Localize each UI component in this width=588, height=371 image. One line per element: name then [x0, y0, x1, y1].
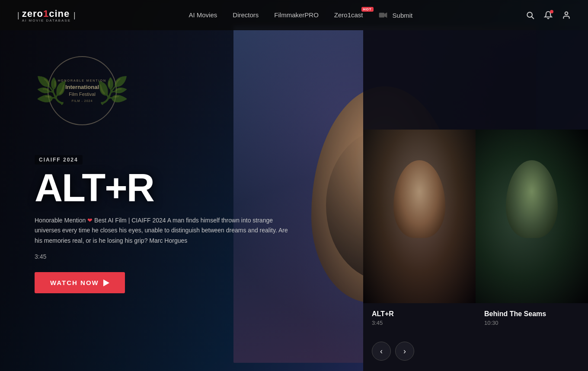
logo-text: zero1cine: [22, 8, 71, 19]
logo-bar-left: |: [17, 11, 19, 20]
movie-card-duration-2: 10:30: [484, 320, 579, 326]
nav-item-ai-movies[interactable]: AI Movies: [189, 11, 217, 19]
logo-one: 1: [43, 8, 49, 19]
movie-card-behind-the-seams[interactable]: Behind The Seams 10:30: [476, 130, 588, 333]
play-icon: [103, 279, 109, 286]
hero-title: ALT+R: [35, 170, 290, 207]
movie-thumb-alt-r: [363, 130, 476, 303]
svg-rect-0: [379, 13, 384, 18]
logo-subtitle: AI MOVIE DATABASE: [22, 19, 71, 22]
hero-duration: 3:45: [35, 253, 290, 260]
logo-bar-right: |: [74, 11, 76, 20]
laurel-left-icon: 🌿: [35, 78, 68, 104]
svg-line-3: [532, 17, 534, 19]
laurel-right-icon: 🌿: [96, 78, 129, 104]
sidebar-spacer: [363, 30, 588, 130]
hero-tag: CIAIFF 2024: [35, 155, 83, 165]
logo[interactable]: | zero1cine AI MOVIE DATABASE |: [17, 8, 76, 22]
nav-link-ai-movies[interactable]: AI Movies: [189, 11, 217, 19]
sidebar-panel: ALT+R 3:45 Behind The Seams 10:30 ‹ ›: [363, 30, 588, 371]
watch-now-button[interactable]: WATCH NOW: [35, 272, 125, 293]
nav-item-submit[interactable]: Submit: [379, 12, 413, 19]
hero-section: 🌿 🌿 HONORABLE MENTION International Film…: [0, 0, 588, 371]
movie-card-alt-r[interactable]: ALT+R 3:45: [363, 130, 476, 333]
next-button[interactable]: ›: [395, 342, 414, 361]
user-account-button[interactable]: [562, 11, 571, 19]
nav-link-zero1cast[interactable]: Zero1cast: [334, 11, 363, 19]
nav-link-filmmaker-pro[interactable]: FilmmakerPRO: [274, 11, 319, 19]
watch-now-label: WATCH NOW: [50, 279, 99, 286]
search-button[interactable]: [526, 11, 534, 19]
svg-marker-1: [384, 13, 387, 18]
laurel-title1: International: [65, 84, 99, 91]
movie-card-title-1: ALT+R: [372, 310, 467, 318]
laurel-year: FILM - 2024: [72, 99, 93, 102]
nav-right: [526, 11, 571, 19]
notifications-button[interactable]: [544, 11, 553, 19]
movie-card-title-2: Behind The Seams: [484, 310, 579, 318]
nav-links: AI Movies Directors FilmmakerPRO Zero1ca…: [189, 11, 412, 19]
logo-cine: cine: [49, 8, 70, 19]
hero-description: Honorable Mention ❤ Best AI Film | CIAIF…: [35, 216, 290, 246]
movie-card-info-1: ALT+R 3:45: [363, 303, 476, 333]
nav-link-submit[interactable]: Submit: [379, 12, 413, 19]
logo-zero: zero: [22, 8, 43, 19]
nav-item-zero1cast[interactable]: Zero1cast HOT: [334, 11, 363, 19]
laurel-title2: Film Festival: [69, 91, 96, 97]
navbar: | zero1cine AI MOVIE DATABASE | AI Movie…: [0, 0, 588, 30]
nav-item-filmmaker-pro[interactable]: FilmmakerPRO: [274, 11, 319, 19]
nav-link-directors[interactable]: Directors: [233, 11, 259, 19]
prev-button[interactable]: ‹: [372, 342, 391, 361]
notification-dot: [550, 10, 553, 13]
hero-content: CIAIFF 2024 ALT+R Honorable Mention ❤ Be…: [35, 155, 290, 293]
heart-icon: ❤: [87, 217, 93, 224]
nav-item-directors[interactable]: Directors: [233, 11, 259, 19]
nav-arrows: ‹ ›: [363, 333, 588, 371]
movie-thumb-behind-the-seams: [476, 130, 588, 303]
card-face-2: [506, 160, 558, 238]
movie-card-duration-1: 3:45: [372, 320, 467, 326]
laurel-badge: 🌿 🌿 HONORABLE MENTION International Film…: [43, 52, 121, 130]
sidebar-cards: ALT+R 3:45 Behind The Seams 10:30: [363, 130, 588, 333]
svg-point-4: [565, 12, 568, 15]
card-face-1: [393, 160, 445, 238]
hot-badge: HOT: [361, 7, 374, 12]
camera-icon: [379, 12, 387, 18]
movie-card-info-2: Behind The Seams 10:30: [476, 303, 588, 333]
